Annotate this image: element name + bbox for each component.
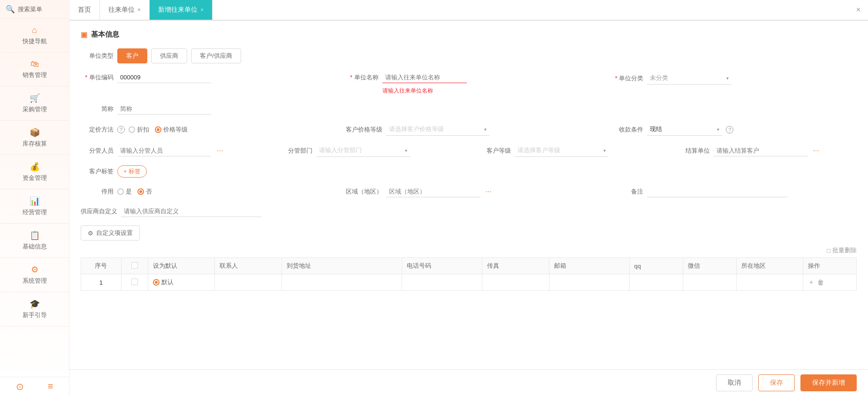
region-input[interactable]	[386, 186, 480, 197]
save-new-button[interactable]: 保存并新增	[800, 374, 857, 391]
sidebar-item-finance[interactable]: 💰 资金管理	[0, 155, 69, 189]
sidebar-item-quick-nav[interactable]: ⌂ 快捷导航	[0, 19, 69, 53]
pricing-level[interactable]: 价格等级	[155, 125, 188, 134]
sales-icon: 🛍	[30, 59, 39, 69]
custom-settings-btn[interactable]: ⚙ 自定义项设置	[81, 225, 140, 241]
short-name-label: 简称	[81, 105, 114, 113]
remarks-input[interactable]	[647, 186, 788, 197]
col-email: 邮箱	[549, 258, 629, 274]
customer-price-select[interactable]: 请选择客户价格等级 ▾	[386, 123, 489, 136]
system-icon: ⚙	[31, 264, 38, 275]
sidebar-item-purchase[interactable]: 🛒 采购管理	[0, 86, 69, 121]
sidebar-item-label: 库存核算	[23, 140, 47, 148]
type-btn-supplier[interactable]: 供应商	[151, 48, 187, 63]
col-checkbox	[121, 258, 148, 274]
sidebar-item-guide[interactable]: 🎓 新手引导	[0, 292, 69, 326]
save-button[interactable]: 保存	[758, 374, 795, 391]
tab-home[interactable]: 首页	[69, 0, 100, 20]
guide-icon: 🎓	[30, 299, 40, 309]
settlement-input[interactable]	[714, 145, 807, 156]
sidebar-item-sales[interactable]: 🛍 销售管理	[0, 53, 69, 86]
add-row-btn[interactable]: ＋	[808, 278, 815, 287]
unit-category-select[interactable]: 未分类 ▾	[647, 72, 731, 85]
tab-new-partner-close[interactable]: ×	[200, 7, 204, 13]
unit-code-input[interactable]	[117, 72, 211, 83]
form-row-pricing: 定价方法 ? 折扣 价格等级 客户价格等级 请选择客户价格等级	[81, 123, 857, 136]
disabled-yes[interactable]: 是	[117, 187, 132, 196]
unit-name-input[interactable]	[382, 72, 467, 83]
sidebar-item-label: 采购管理	[23, 105, 47, 114]
delete-row-btn[interactable]: 🗑	[817, 279, 824, 286]
batch-delete-icon: □	[827, 247, 830, 254]
cell-wechat	[683, 274, 736, 291]
operations-icon: 📊	[30, 196, 40, 206]
unit-category-value: 未分类	[650, 74, 724, 82]
default-radio-label: 默认	[161, 278, 174, 287]
sidebar: 🔍 搜索菜单 ⌂ 快捷导航 🛍 销售管理 🛒 采购管理 📦 库存核算 💰 资金管…	[0, 0, 69, 396]
cell-actions: ＋ 🗑	[803, 274, 857, 291]
payment-terms-help-icon[interactable]: ?	[726, 126, 733, 133]
supplier-custom-label: 供应商自定义	[81, 207, 117, 216]
tab-partners[interactable]: 往来单位 ×	[100, 0, 150, 20]
customer-level-placeholder: 请选择客户等级	[518, 146, 602, 155]
disabled-no[interactable]: 否	[137, 187, 152, 196]
tab-bar-close-all[interactable]: ×	[849, 6, 868, 14]
sidebar-item-inventory[interactable]: 📦 库存核算	[0, 121, 69, 155]
cancel-button[interactable]: 取消	[716, 374, 753, 391]
customer-price-chevron: ▾	[484, 127, 487, 132]
tab-partners-close[interactable]: ×	[137, 7, 141, 13]
dept-select[interactable]: 请输入分管部门 ▾	[316, 144, 410, 157]
pricing-discount[interactable]: 折扣	[129, 125, 149, 134]
form-field-short-name: 简称	[81, 103, 857, 115]
col-phone: 电话号码	[402, 258, 482, 274]
dept-chevron: ▾	[405, 148, 407, 153]
supplier-custom-input[interactable]	[121, 206, 262, 217]
sidebar-item-operations[interactable]: 📊 经营管理	[0, 189, 69, 224]
form-field-remarks: 备注	[610, 186, 857, 197]
type-btn-both[interactable]: 客户/供应商	[191, 48, 241, 63]
dept-label: 分管部门	[280, 147, 312, 155]
form-field-dept: 分管部门 请输入分管部门 ▾	[280, 144, 460, 157]
batch-delete-area[interactable]: □ 批量删除	[81, 246, 857, 255]
col-seq: 序号	[81, 258, 122, 274]
tag-label: 客户标签	[81, 167, 114, 176]
manager-input[interactable]	[117, 145, 211, 156]
section-header: ▣ 基本信息	[81, 30, 857, 39]
pricing-help-icon[interactable]: ?	[117, 126, 125, 133]
header-checkbox[interactable]	[131, 262, 138, 269]
short-name-input[interactable]	[117, 103, 211, 115]
tab-new-partner[interactable]: 新增往来单位 ×	[150, 0, 213, 20]
cell-default: 默认	[148, 274, 215, 291]
remarks-label: 备注	[610, 187, 643, 196]
sidebar-search[interactable]: 🔍 搜索菜单	[0, 0, 69, 19]
sidebar-item-basic-info[interactable]: 📋 基础信息	[0, 224, 69, 258]
contacts-table: 序号 设为默认 联系人 到货地址 电话号码 传真 邮箱 qq 微信 所在地区 操…	[81, 257, 857, 291]
sidebar-bottom-btn-1[interactable]: ⊙	[16, 381, 24, 392]
form-field-supplier-custom: 供应商自定义	[81, 206, 857, 217]
settlement-more-btn[interactable]: ···	[811, 147, 821, 155]
add-tag-btn[interactable]: + 标签	[117, 165, 147, 178]
default-radio[interactable]: 默认	[153, 278, 210, 287]
form-field-payment-terms: 收款条件 现结 ▾ ?	[610, 123, 857, 136]
sidebar-item-system[interactable]: ⚙ 系统管理	[0, 258, 69, 292]
type-btn-customer[interactable]: 客户	[117, 48, 147, 63]
col-contact: 联系人	[215, 258, 282, 274]
manager-more-btn[interactable]: ···	[215, 147, 225, 155]
col-wechat: 微信	[683, 258, 736, 274]
region-more-btn[interactable]: ···	[484, 187, 494, 196]
cell-region	[736, 274, 803, 291]
sidebar-bottom-btn-2[interactable]: ≡	[48, 381, 53, 392]
row-checkbox[interactable]	[131, 279, 138, 285]
form-field-customer-price: 客户价格等级 请选择客户价格等级 ▾	[346, 123, 592, 136]
form-field-pricing: 定价方法 ? 折扣 价格等级	[81, 125, 327, 134]
unit-type-label: 单位类型	[81, 52, 114, 60]
finance-icon: 💰	[30, 162, 40, 172]
main-area: 首页 往来单位 × 新增往来单位 × × ▣ 基本信息 单位类型 客户 供应商 …	[69, 0, 868, 396]
sidebar-item-label: 经营管理	[23, 208, 47, 217]
cell-contact	[215, 274, 282, 291]
form-field-unit-type: 单位类型 客户 供应商 客户/供应商	[81, 48, 857, 63]
col-region: 所在地区	[736, 258, 803, 274]
payment-terms-select[interactable]: 现结 ▾	[647, 123, 722, 136]
custom-settings-label: 自定义项设置	[96, 229, 133, 237]
customer-level-select[interactable]: 请选择客户等级 ▾	[515, 144, 609, 157]
